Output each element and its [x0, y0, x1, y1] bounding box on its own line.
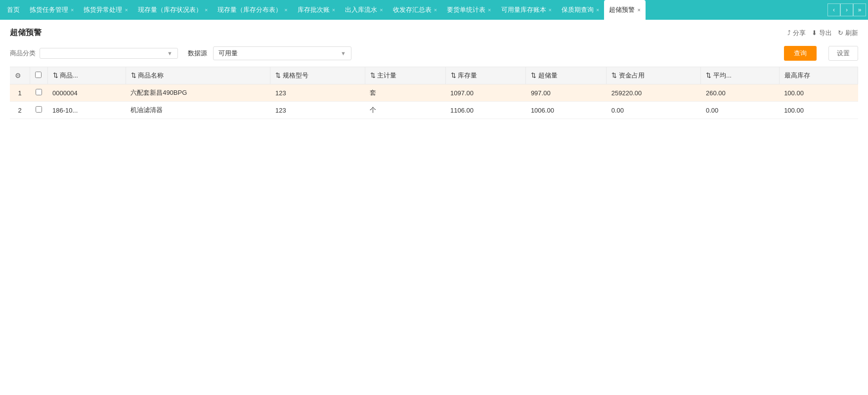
col-settings: ⚙ — [10, 67, 30, 84]
nav-prev-button[interactable]: ‹ — [827, 3, 840, 16]
col-avg: ⇅ 平均... — [701, 67, 779, 84]
nav-stock-status[interactable]: 现存量（库存状况表） × — [133, 0, 213, 20]
product-spec: 123 — [270, 102, 365, 119]
share-icon: ⤴ — [787, 29, 791, 37]
capital-use: 259220.00 — [607, 84, 701, 102]
col-max-stock: 最高库存 — [779, 67, 858, 84]
nav-pick-abnormal[interactable]: 拣货异常处理 × — [79, 0, 132, 20]
row-number: 2 — [10, 102, 30, 119]
col-capital: ⇅ 资金占用 — [607, 67, 701, 84]
overstock-qty: 997.00 — [526, 84, 607, 102]
table-header-row: ⚙ ⇅ 商品... ⇅ 商品名称 ⇅ 规格型号 ⇅ — [10, 67, 858, 84]
col-product-name: ⇅ 商品名称 — [126, 67, 270, 84]
avg-value: 260.00 — [701, 84, 779, 102]
close-icon[interactable]: × — [596, 7, 599, 13]
top-navigation: 首页 拣货任务管理 × 拣货异常处理 × 现存量（库存状况表） × 现存量（库存… — [0, 0, 868, 20]
datasource-select[interactable]: 可用量 ▼ — [213, 46, 351, 60]
settings-button[interactable]: 设置 — [828, 46, 858, 61]
row-checkbox[interactable] — [36, 106, 42, 113]
chevron-down-icon: ▼ — [341, 50, 346, 56]
row-checkbox[interactable] — [36, 89, 42, 95]
refresh-icon: ↻ — [838, 29, 843, 37]
category-label: 商品分类 — [10, 49, 36, 58]
table-row: 2 186-10... 机油滤清器 123 个 1106.00 1006.00 … — [10, 102, 858, 119]
row-checkbox-cell — [30, 102, 47, 119]
nav-arrow-group: ‹ › » — [827, 3, 866, 16]
close-icon[interactable]: × — [332, 7, 335, 13]
category-filter: 商品分类 ▼ — [10, 48, 178, 59]
product-unit: 个 — [365, 102, 445, 119]
row-number: 1 — [10, 84, 30, 102]
col-overstock: ⇅ 超储量 — [526, 67, 607, 84]
nav-pick-task[interactable]: 拣货任务管理 × — [25, 0, 79, 20]
nav-available-account[interactable]: 可用量库存账本 × — [496, 0, 557, 20]
close-icon[interactable]: × — [205, 7, 208, 13]
nav-in-out-flow[interactable]: 出入库流水 × — [340, 0, 388, 20]
product-code: 186-10... — [47, 102, 126, 119]
col-spec: ⇅ 规格型号 — [270, 67, 365, 84]
col-unit: ⇅ 主计量 — [365, 67, 445, 84]
export-icon: ⬇ — [812, 29, 817, 37]
chevron-down-icon: ▼ — [167, 50, 173, 56]
col-checkbox — [30, 67, 47, 84]
nav-stock-dist[interactable]: 现存量（库存分布表） × — [213, 0, 292, 20]
query-button[interactable]: 查询 — [784, 46, 817, 61]
datasource-filter: 数据源 可用量 ▼ — [188, 46, 351, 60]
select-all-checkbox[interactable] — [35, 72, 42, 78]
close-icon[interactable]: × — [71, 7, 74, 13]
nav-overstock-warning[interactable]: 超储预警 × — [604, 0, 645, 20]
share-button[interactable]: ⤴ 分享 — [787, 29, 806, 38]
max-stock: 100.00 — [779, 84, 858, 102]
close-icon[interactable]: × — [380, 7, 383, 13]
export-button[interactable]: ⬇ 导出 — [812, 29, 832, 38]
page-header: 超储预警 ⤴ 分享 ⬇ 导出 ↻ 刷新 — [10, 28, 858, 38]
datasource-label: 数据源 — [188, 49, 207, 58]
close-icon[interactable]: × — [434, 7, 437, 13]
filter-row: 商品分类 ▼ 数据源 可用量 ▼ 查询 设置 — [10, 46, 858, 61]
category-select[interactable]: ▼ — [40, 48, 178, 59]
max-stock: 100.00 — [779, 102, 858, 119]
close-icon[interactable]: × — [637, 7, 640, 13]
close-icon[interactable]: × — [125, 7, 128, 13]
product-name: 机油滤清器 — [126, 102, 270, 119]
close-icon[interactable]: × — [549, 7, 552, 13]
row-checkbox-cell — [30, 84, 47, 102]
main-content: 超储预警 ⤴ 分享 ⬇ 导出 ↻ 刷新 商品分类 ▼ 数据源 — [0, 20, 868, 395]
overstock-qty: 1006.00 — [526, 102, 607, 119]
nav-order-stats[interactable]: 要货单统计表 × — [442, 0, 496, 20]
nav-receive-summary[interactable]: 收发存汇总表 × — [388, 0, 442, 20]
product-name: 六配套新昌490BPG — [126, 84, 270, 102]
close-icon[interactable]: × — [488, 7, 491, 13]
data-table: ⚙ ⇅ 商品... ⇅ 商品名称 ⇅ 规格型号 ⇅ — [10, 67, 858, 119]
col-product-code: ⇅ 商品... — [47, 67, 126, 84]
stock-qty: 1097.00 — [445, 84, 526, 102]
stock-qty: 1106.00 — [445, 102, 526, 119]
nav-expiry-query[interactable]: 保质期查询 × — [557, 0, 604, 20]
datasource-value: 可用量 — [218, 49, 238, 58]
nav-batch-account[interactable]: 库存批次账 × — [293, 0, 340, 20]
capital-use: 0.00 — [607, 102, 701, 119]
product-code: 0000004 — [47, 84, 126, 102]
nav-home[interactable]: 首页 — [2, 0, 25, 20]
page-title: 超储预警 — [10, 28, 42, 38]
filter-buttons: 查询 — [784, 46, 817, 61]
header-actions: ⤴ 分享 ⬇ 导出 ↻ 刷新 — [787, 29, 858, 38]
nav-more-button[interactable]: » — [853, 3, 866, 16]
product-spec: 123 — [270, 84, 365, 102]
avg-value: 0.00 — [701, 102, 779, 119]
refresh-button[interactable]: ↻ 刷新 — [838, 29, 858, 38]
table-row: 1 0000004 六配套新昌490BPG 123 套 1097.00 997.… — [10, 84, 858, 102]
col-stock: ⇅ 库存量 — [445, 67, 526, 84]
nav-next-button[interactable]: › — [840, 3, 853, 16]
gear-icon[interactable]: ⚙ — [15, 72, 21, 79]
product-unit: 套 — [365, 84, 445, 102]
close-icon[interactable]: × — [284, 7, 287, 13]
